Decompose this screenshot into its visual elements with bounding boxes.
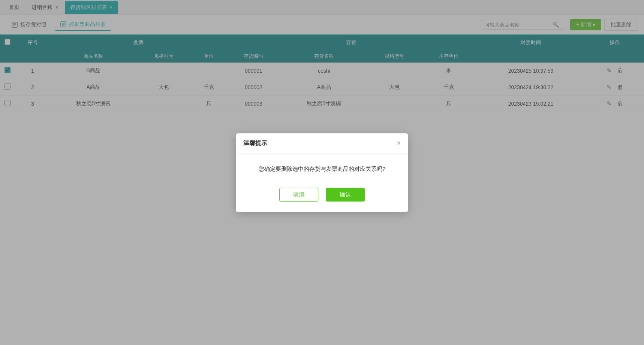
dialog-footer: 取消 确认 bbox=[236, 182, 408, 212]
dialog-title: 温馨提示 bbox=[243, 139, 267, 147]
dialog-header: 温馨提示 × bbox=[236, 133, 408, 154]
dialog-message: 您确定要删除选中的存货与发票商品的对应关系吗? bbox=[259, 166, 385, 172]
dialog-confirm-button[interactable]: 确认 bbox=[326, 188, 365, 202]
dialog-cancel-button[interactable]: 取消 bbox=[279, 188, 318, 202]
dialog-body: 您确定要删除选中的存货与发票商品的对应关系吗? bbox=[236, 154, 408, 182]
modal-overlay: 温馨提示 × 您确定要删除选中的存货与发票商品的对应关系吗? 取消 确认 bbox=[0, 0, 644, 345]
dialog: 温馨提示 × 您确定要删除选中的存货与发票商品的对应关系吗? 取消 确认 bbox=[236, 133, 408, 212]
dialog-close-button[interactable]: × bbox=[397, 140, 401, 146]
